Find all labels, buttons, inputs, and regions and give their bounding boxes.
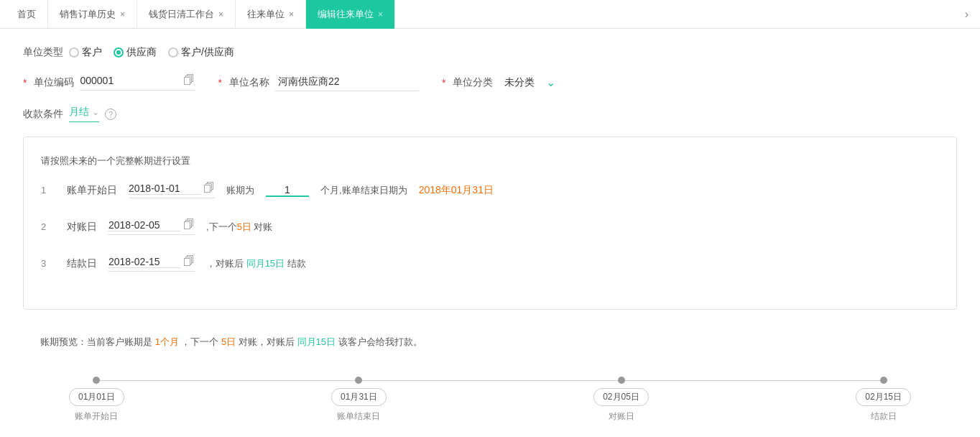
radio-supplier[interactable]: 供应商 — [114, 46, 157, 59]
unit-name-input[interactable] — [275, 73, 419, 91]
timeline-point-2: 01月31日 账单结束日 — [331, 373, 387, 423]
tab-sales-history-close[interactable]: × — [120, 9, 125, 19]
row-field-label-2: 对账日 — [67, 221, 97, 234]
radio-customer-label: 客户 — [82, 46, 102, 59]
unit-category-value: 未分类 — [504, 76, 535, 89]
timeline-date-2: 01月31日 — [331, 388, 387, 406]
tab-more-button[interactable]: › — [959, 8, 974, 21]
start-date-input-wrapper: 🗍 — [129, 182, 215, 198]
timeline-date-1: 01月01日 — [69, 388, 124, 406]
preview-pay-day: 同月15日 — [297, 336, 336, 347]
timeline-point-4: 02月15日 结款日 — [856, 373, 911, 423]
timeline-dot-3 — [618, 377, 625, 384]
unit-name-star: * — [218, 77, 221, 88]
tab-edit-partner-label: 编辑往来单位 — [318, 8, 374, 21]
unit-category-star: * — [442, 77, 445, 88]
tab-edit-partner[interactable]: 编辑往来单位 × — [306, 0, 395, 29]
unit-code-input[interactable] — [80, 75, 180, 86]
payment-terms-chevron[interactable]: ⌄ — [92, 107, 99, 117]
tab-sales-history[interactable]: 销售订单历史 × — [48, 0, 137, 29]
help-icon[interactable]: ? — [105, 109, 116, 120]
timeline-date-4: 02月15日 — [856, 388, 911, 406]
row-num-3: 3 — [41, 258, 55, 269]
unit-category-group: * 单位分类 未分类 ⌄ — [442, 75, 555, 89]
row-num-1: 1 — [41, 185, 55, 196]
settings-row-1: 1 账单开始日 🗍 账期为 个月,账单结束日期为 2018年01月31日 — [41, 182, 939, 198]
row-field-label-3: 结款日 — [67, 257, 97, 270]
unit-code-group: * 单位编码 🗍 — [23, 74, 195, 91]
tab-cash-work-close[interactable]: × — [218, 9, 223, 19]
timeline-label-3: 对账日 — [609, 410, 634, 423]
preview-section: 账期预览：当前客户账期是 1个月 ，下一个 5日 对账，对账后 同月15日 该客… — [23, 324, 957, 437]
unit-category-label: 单位分类 — [453, 76, 493, 89]
timeline-point-1: 01月01日 账单开始日 — [69, 373, 124, 423]
payment-date-input[interactable] — [108, 256, 180, 268]
timeline-points: 01月01日 账单开始日 01月31日 账单结束日 02月05日 对账日 02月… — [69, 373, 911, 423]
radio-customer[interactable]: 客户 — [69, 46, 102, 59]
unit-name-label: 单位名称 — [229, 76, 269, 89]
tab-cash-work-label: 钱货日清工作台 — [149, 8, 214, 21]
settings-box: 请按照未来的一个完整帐期进行设置 1 账单开始日 🗍 账期为 个月,账单结束日期… — [23, 137, 957, 310]
payment-date-cal-icon[interactable]: 🗍 — [183, 255, 195, 268]
row-1-prefix: 账期为 — [226, 184, 254, 197]
tab-home[interactable]: 首页 — [6, 0, 48, 29]
row-3-highlight: 同月15日 — [246, 258, 285, 269]
payment-terms-label: 收款条件 — [23, 108, 63, 121]
preview-prefix: 账期预览：当前客户账期是 — [40, 336, 152, 347]
tab-home-label: 首页 — [17, 8, 36, 21]
unit-code-icon[interactable]: 🗍 — [183, 74, 195, 87]
payment-terms-value: 月结 — [69, 106, 89, 119]
preview-sep2: 对账，对账后 — [239, 336, 295, 347]
tab-bar: 首页 销售订单历史 × 钱货日清工作台 × 往来单位 × 编辑往来单位 × › — [0, 0, 980, 29]
tab-sales-history-label: 销售订单历史 — [60, 8, 116, 21]
tab-partner[interactable]: 往来单位 × — [236, 0, 306, 29]
radio-customer-supplier[interactable]: 客户/供应商 — [168, 46, 234, 59]
row-2-desc: ,下一个5日 对账 — [206, 221, 272, 234]
payment-terms-group: 收款条件 月结 ⌄ ? — [23, 106, 116, 122]
radio-customer-circle — [69, 47, 79, 58]
row-2-highlight: 5日 — [237, 221, 251, 232]
tab-partner-close[interactable]: × — [289, 9, 294, 19]
months-input[interactable] — [266, 184, 309, 197]
reconcile-date-input[interactable] — [108, 219, 180, 231]
radio-group: 客户 供应商 客户/供应商 — [69, 46, 234, 59]
timeline-label-1: 账单开始日 — [75, 410, 118, 423]
radio-supplier-circle — [114, 47, 124, 58]
reconcile-date-input-wrapper: 🗍 — [108, 218, 195, 235]
unit-type-label: 单位类型 — [23, 46, 63, 59]
unit-name-group: * 单位名称 — [218, 73, 418, 91]
unit-type-row: 单位类型 客户 供应商 客户/供应商 — [23, 46, 957, 59]
timeline-dot-4 — [880, 377, 887, 384]
unit-code-label: 单位编码 — [34, 76, 74, 89]
payment-terms-row: 收款条件 月结 ⌄ ? — [23, 106, 957, 122]
settings-row-3: 3 结款日 🗍 ，对账后 同月15日 结款 — [41, 255, 939, 272]
row-3-desc: ，对账后 同月15日 结款 — [206, 257, 306, 270]
preview-text: 账期预览：当前客户账期是 1个月 ，下一个 5日 对账，对账后 同月15日 该客… — [40, 336, 940, 349]
tab-edit-partner-close[interactable]: × — [378, 9, 383, 19]
preview-months: 1个月 — [155, 336, 179, 347]
start-date-cal-icon[interactable]: 🗍 — [203, 182, 215, 195]
timeline-label-2: 账单结束日 — [337, 410, 380, 423]
payment-date-input-wrapper: 🗍 — [108, 255, 195, 272]
timeline-point-3: 02月05日 对账日 — [593, 373, 649, 423]
unit-category-dropdown[interactable]: ⌄ — [546, 75, 555, 89]
start-date-input[interactable] — [129, 183, 200, 195]
radio-customer-supplier-label: 客户/供应商 — [181, 46, 234, 59]
row-num-2: 2 — [41, 221, 55, 232]
unit-code-input-wrapper: 🗍 — [80, 74, 195, 91]
end-date-highlight: 2018年01月31日 — [419, 184, 494, 197]
timeline-label-4: 结款日 — [871, 410, 897, 423]
radio-supplier-label: 供应商 — [126, 46, 157, 59]
settings-row-2: 2 对账日 🗍 ,下一个5日 对账 — [41, 218, 939, 235]
radio-customer-supplier-circle — [168, 47, 178, 58]
tab-cash-work[interactable]: 钱货日清工作台 × — [137, 0, 236, 29]
reconcile-date-cal-icon[interactable]: 🗍 — [183, 218, 195, 231]
row-1-suffix: 个月,账单结束日期为 — [320, 184, 407, 197]
tab-partner-label: 往来单位 — [247, 8, 285, 21]
main-content: 单位类型 客户 供应商 客户/供应商 * 单位编码 — [0, 29, 980, 437]
preview-sep1: ，下一个 — [181, 336, 218, 347]
preview-suffix: 该客户会给我打款。 — [338, 336, 422, 347]
payment-terms-select[interactable]: 月结 ⌄ — [69, 106, 99, 122]
row-field-label-1: 账单开始日 — [67, 184, 117, 197]
settings-title: 请按照未来的一个完整帐期进行设置 — [41, 155, 939, 167]
